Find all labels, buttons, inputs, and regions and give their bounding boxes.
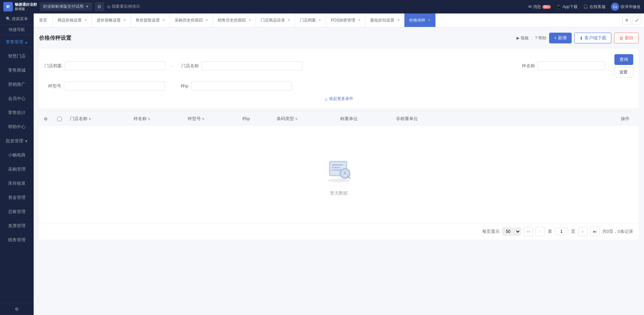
- collapse-button[interactable]: △ 收起更多条件: [325, 95, 353, 103]
- tab-label: 销售历史价跟踪: [218, 18, 246, 23]
- close-tab-icon[interactable]: ×: [206, 18, 208, 23]
- close-tab-icon[interactable]: ×: [288, 18, 290, 23]
- close-tab-icon[interactable]: ×: [358, 18, 360, 23]
- page-total: 共0页，0条记录: [602, 229, 633, 235]
- sidebar-item-accounting[interactable]: 总账管理: [0, 205, 34, 219]
- sidebar-item-ecommerce[interactable]: 小畅电商: [0, 148, 34, 162]
- filter-scale-ip: 秤ip: [172, 81, 292, 91]
- product-settings-button[interactable]: ⚙: [95, 2, 104, 11]
- close-tab-icon[interactable]: ×: [428, 18, 430, 23]
- sidebar-item-purchase[interactable]: 采购管理: [0, 162, 34, 176]
- sidebar-item-tax[interactable]: 税务管理: [0, 233, 34, 247]
- sidebar-search[interactable]: 🔍 搜索菜单: [0, 13, 34, 25]
- sidebar-item-marketing[interactable]: 营销推广: [0, 77, 34, 92]
- tab-sale-history[interactable]: 销售历史价跟踪 ×: [213, 13, 256, 27]
- close-tab-icon[interactable]: ×: [123, 18, 126, 23]
- last-page-button[interactable]: ⏭: [590, 227, 600, 236]
- per-page-select[interactable]: 10 20 50 100: [502, 228, 521, 236]
- user-info[interactable]: Ea 徐泽华修改: [611, 3, 641, 11]
- th-gear[interactable]: ⚙: [39, 112, 52, 126]
- sidebar-item-retail-mall[interactable]: 零售商城: [0, 63, 34, 77]
- query-button[interactable]: 查询: [614, 54, 633, 65]
- sidebar-item-label: 会员中心: [8, 96, 26, 101]
- store-name-input[interactable]: [202, 61, 302, 70]
- sidebar-item-wholesale[interactable]: 批发管理 ▼: [0, 134, 34, 148]
- tab-purchase-strategy[interactable]: 进价策略设置 ×: [92, 13, 131, 27]
- delete-button[interactable]: 🗑 删除: [614, 33, 639, 43]
- sidebar-quick-nav[interactable]: 快捷导航: [0, 25, 34, 35]
- empty-illustration: [322, 152, 356, 186]
- page-number-input[interactable]: [555, 228, 568, 235]
- close-tab-icon[interactable]: ×: [163, 18, 165, 23]
- sidebar-item-retail-stats[interactable]: 零售统计: [0, 106, 34, 120]
- sidebar-item-label: 批发管理: [6, 138, 23, 144]
- avatar: Ea: [611, 3, 619, 11]
- filter-area: 门店档案 ··· 门店名称 秤名称 查询: [39, 49, 639, 108]
- sidebar-item-help[interactable]: 帮助中心: [0, 120, 34, 134]
- sidebar-item-retail[interactable]: 零售管理 ▲: [0, 35, 34, 49]
- filter-store-archive: 门店档案 ···: [44, 61, 175, 70]
- table-wrapper: ⚙ 门店名称 ⇅: [39, 112, 639, 223]
- maximize-window-button[interactable]: ⤢: [633, 16, 641, 25]
- tab-sale-price[interactable]: 售价提取设置 ×: [131, 13, 170, 27]
- sidebar-item-inventory[interactable]: 库存核算: [0, 176, 34, 190]
- th-store-name[interactable]: 门店名称 ⇅: [66, 112, 130, 126]
- sidebar-item-label: 零售商城: [8, 68, 26, 73]
- help-link[interactable]: ? 帮助: [535, 35, 546, 41]
- messages-button[interactable]: ✉ 消息 99+: [528, 4, 551, 10]
- sidebar-item-invoice[interactable]: 发票管理: [0, 219, 34, 233]
- select-all-checkbox[interactable]: [57, 117, 62, 121]
- page-actions: ▶ 视频 | ? 帮助 + 新增 ⬇ 客户端下载: [516, 33, 639, 43]
- sidebar-item-label: 税务管理: [8, 237, 26, 242]
- th-checkbox[interactable]: [52, 112, 66, 126]
- tab-store-catalog[interactable]: 门店商品目录 ×: [256, 13, 295, 27]
- scale-ip-input[interactable]: [191, 81, 292, 91]
- tab-store-archive[interactable]: 门店档案 ×: [295, 13, 326, 27]
- close-tab-icon[interactable]: ×: [84, 18, 87, 23]
- scale-name-input[interactable]: [538, 61, 605, 70]
- sidebar-item-member[interactable]: 会员中心: [0, 92, 34, 106]
- demo-link[interactable]: ◎ 我要看实例演示: [107, 4, 140, 9]
- close-tab-icon[interactable]: ×: [319, 18, 321, 23]
- tab-pos-manage[interactable]: POS加密管理 ×: [326, 13, 365, 27]
- tab-purchase-history[interactable]: 采购历史价跟踪 ×: [170, 13, 213, 27]
- message-icon: ✉: [528, 4, 532, 9]
- add-button[interactable]: + 新增: [549, 33, 572, 43]
- store-archive-input[interactable]: [65, 61, 166, 70]
- video-icon: ▶: [516, 36, 520, 40]
- tab-price-scale[interactable]: 价格传秤 ×: [404, 13, 435, 27]
- sidebar-item-smart-store[interactable]: 智慧门店: [0, 49, 34, 63]
- top-bar: 财 畅捷通好业财 标准版 好业财标准版交付试用 ▼ ⚙ ◎ 我要看实例演示 ✉ …: [0, 0, 644, 13]
- tab-min-discount[interactable]: 最低折扣设置 ×: [365, 13, 404, 27]
- sort-icon: ⇅: [88, 117, 91, 121]
- sort-icon: ⇅: [148, 117, 150, 121]
- product-selector[interactable]: 好业财标准版交付试用 ▼: [40, 2, 92, 11]
- tab-home[interactable]: 首页: [34, 13, 53, 27]
- tab-product-price[interactable]: 商品价格设置 ×: [53, 13, 92, 27]
- chevron-down-icon: ▼: [85, 5, 89, 8]
- scale-name-label: 秤名称: [518, 63, 535, 69]
- gear-icon: ⚙: [15, 307, 19, 312]
- prev-page-button[interactable]: ‹: [536, 227, 545, 236]
- more-options-icon[interactable]: ···: [168, 63, 175, 68]
- download-button[interactable]: ⬇ 客户端下载: [574, 33, 611, 43]
- th-barcode-type[interactable]: 条码类型 ⇅: [273, 112, 336, 126]
- close-window-button[interactable]: ✕: [622, 16, 631, 25]
- sidebar-settings-button[interactable]: ⚙: [0, 303, 34, 315]
- first-page-button[interactable]: ⏮: [524, 227, 533, 236]
- video-link[interactable]: ▶ 视频: [516, 35, 529, 41]
- settings-filter-button[interactable]: 设置: [614, 67, 633, 77]
- th-scale-name[interactable]: 秤名称 ⇅: [130, 112, 184, 126]
- close-tab-icon[interactable]: ×: [397, 18, 399, 23]
- sidebar-item-finance[interactable]: 资金管理: [0, 190, 34, 205]
- sidebar-item-label: 采购管理: [8, 167, 26, 172]
- online-service-button[interactable]: 🎧 在线客服: [583, 4, 606, 10]
- app-download-button[interactable]: 📱 App下载: [556, 4, 578, 10]
- sidebar-item-label: 小畅电商: [8, 152, 26, 158]
- close-tab-icon[interactable]: ×: [249, 18, 251, 23]
- tab-label: 价格传秤: [409, 18, 425, 23]
- th-scale-model[interactable]: 秤型号 ⇅: [184, 112, 238, 126]
- sidebar-item-label: 库存核算: [8, 181, 26, 186]
- next-page-button[interactable]: ›: [578, 227, 587, 236]
- scale-model-input[interactable]: [64, 81, 165, 91]
